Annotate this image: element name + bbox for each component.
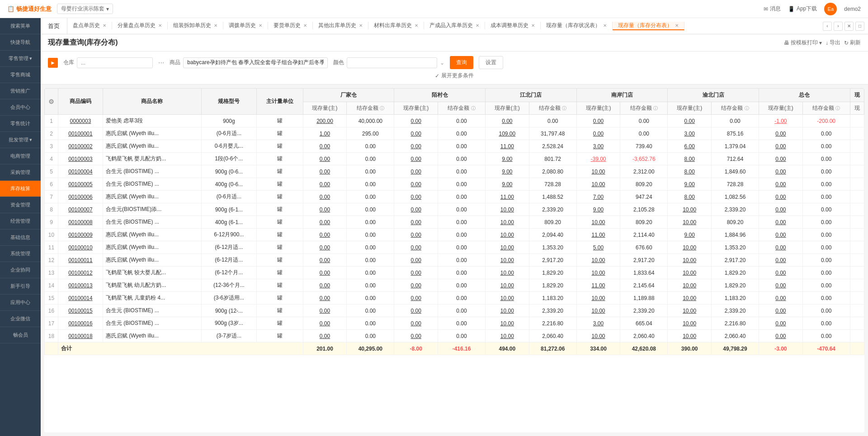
tab-material-outbound[interactable]: 材料出库单历史 ✕ bbox=[368, 22, 424, 29]
row-w4-qty[interactable]: 3.00 bbox=[576, 140, 620, 153]
row-w6-qty[interactable]: 0.00 bbox=[759, 241, 802, 254]
store-selector[interactable]: 母婴行业演示陈套 ▾ bbox=[57, 4, 113, 14]
row-w6-qty[interactable]: 0.00 bbox=[759, 229, 802, 241]
sidebar-item-ecommerce[interactable]: 电商管理 bbox=[0, 148, 41, 164]
row-w5-qty[interactable]: 10.00 bbox=[668, 267, 712, 279]
row-w5-qty[interactable]: 10.00 bbox=[668, 330, 712, 342]
row-w1-qty[interactable]: 0.00 bbox=[303, 178, 347, 191]
row-w6-qty[interactable]: 0.00 bbox=[759, 153, 802, 165]
row-w4-qty[interactable]: 10.00 bbox=[576, 178, 620, 191]
sidebar-item-marketing[interactable]: 营销推广 bbox=[0, 83, 41, 99]
row-w1-qty[interactable]: 0.00 bbox=[303, 279, 347, 292]
row-code[interactable]: 0000003 bbox=[58, 115, 103, 127]
close-icon[interactable]: ✕ bbox=[214, 23, 217, 28]
row-code[interactable]: 00100003 bbox=[58, 153, 103, 165]
row-w4-qty[interactable]: 10.00 bbox=[576, 330, 620, 342]
row-w6-qty[interactable]: 0.00 bbox=[759, 203, 802, 216]
gear-col-header[interactable]: ⚙ bbox=[45, 89, 58, 115]
sidebar-item-wework[interactable]: 企业微信 bbox=[0, 311, 41, 327]
refresh-action[interactable]: ↻ 刷新 bbox=[844, 39, 861, 47]
row-code[interactable]: 00100010 bbox=[58, 241, 103, 254]
row-w6-qty[interactable]: 0.00 bbox=[759, 165, 802, 178]
sidebar-item-system[interactable]: 系统管理 bbox=[0, 246, 41, 262]
expand-more-btn[interactable]: ✓ 展开更多条件 bbox=[435, 72, 474, 80]
row-w5-qty[interactable]: 8.00 bbox=[668, 153, 712, 165]
row-w4-qty[interactable]: 10.00 bbox=[576, 165, 620, 178]
close-icon[interactable]: ✕ bbox=[259, 23, 262, 28]
tab-cost-adjust[interactable]: 成本调整单历史 ✕ bbox=[485, 22, 541, 29]
row-w3-qty[interactable]: 10.00 bbox=[485, 229, 529, 241]
row-w4-qty[interactable]: 3.00 bbox=[576, 317, 620, 330]
row-w3-qty[interactable]: 10.00 bbox=[485, 267, 529, 279]
close-icon[interactable]: ✕ bbox=[158, 23, 162, 28]
row-w6-qty[interactable]: 0.00 bbox=[759, 127, 802, 140]
row-w2-qty[interactable]: 0.00 bbox=[394, 153, 438, 165]
row-w5-qty[interactable]: 10.00 bbox=[668, 203, 712, 216]
row-w1-qty[interactable]: 0.00 bbox=[303, 203, 347, 216]
row-w2-qty[interactable]: 0.00 bbox=[394, 229, 438, 241]
row-code[interactable]: 00100004 bbox=[58, 165, 103, 178]
row-w5-qty[interactable]: 9.00 bbox=[668, 178, 712, 191]
row-code[interactable]: 00100018 bbox=[58, 330, 103, 342]
row-w5-qty[interactable]: 6.00 bbox=[668, 140, 712, 153]
row-w5-qty[interactable]: 8.00 bbox=[668, 191, 712, 203]
info-icon[interactable]: ⓘ bbox=[562, 106, 566, 111]
row-w3-qty[interactable]: 109.00 bbox=[485, 127, 529, 140]
row-w4-qty[interactable]: 0.00 bbox=[576, 115, 620, 127]
row-w5-qty[interactable]: 10.00 bbox=[668, 241, 712, 254]
tab-stock-status[interactable]: 现存量（库存状况表） ✕ bbox=[541, 22, 613, 29]
row-w3-qty[interactable]: 9.00 bbox=[485, 178, 529, 191]
row-w3-qty[interactable]: 10.00 bbox=[485, 279, 529, 292]
row-w5-qty[interactable]: 9.00 bbox=[668, 229, 712, 241]
row-w4-qty[interactable]: 0.00 bbox=[576, 127, 620, 140]
row-w3-qty[interactable]: 11.00 bbox=[485, 191, 529, 203]
row-w5-qty[interactable]: 10.00 bbox=[668, 317, 712, 330]
row-w2-qty[interactable]: 0.00 bbox=[394, 140, 438, 153]
tab-expand[interactable]: □ bbox=[855, 22, 864, 31]
row-w1-qty[interactable]: 0.00 bbox=[303, 254, 347, 267]
goods-input[interactable] bbox=[183, 57, 328, 68]
row-w3-qty[interactable]: 10.00 bbox=[485, 241, 529, 254]
info-icon[interactable]: ⓘ bbox=[745, 106, 749, 111]
sidebar-item-purchase[interactable]: 采购管理 bbox=[0, 164, 41, 181]
row-w5-qty[interactable]: 3.00 bbox=[668, 127, 712, 140]
row-w1-qty[interactable]: 0.00 bbox=[303, 165, 347, 178]
sidebar-item-retail-stats[interactable]: 零售统计 bbox=[0, 116, 41, 132]
row-w3-qty[interactable]: 10.00 bbox=[485, 254, 529, 267]
close-icon[interactable]: ✕ bbox=[303, 23, 307, 28]
row-w2-qty[interactable]: 0.00 bbox=[394, 191, 438, 203]
row-w4-qty[interactable]: 10.00 bbox=[576, 267, 620, 279]
row-w5-qty[interactable]: 0.00 bbox=[668, 115, 712, 127]
close-icon[interactable]: ✕ bbox=[675, 23, 679, 28]
row-w6-qty[interactable]: 0.00 bbox=[759, 178, 802, 191]
row-w3-qty[interactable]: 0.00 bbox=[485, 115, 529, 127]
row-w2-qty[interactable]: 0.00 bbox=[394, 115, 438, 127]
row-w4-qty[interactable]: 9.00 bbox=[576, 203, 620, 216]
row-w2-qty[interactable]: 0.00 bbox=[394, 241, 438, 254]
row-w6-qty[interactable]: 0.00 bbox=[759, 330, 802, 342]
row-code[interactable]: 00100001 bbox=[58, 127, 103, 140]
sidebar-item-basic[interactable]: 基础信息 bbox=[0, 230, 41, 246]
row-w4-qty[interactable]: 5.00 bbox=[576, 241, 620, 254]
close-icon[interactable]: ✕ bbox=[359, 23, 363, 28]
row-w2-qty[interactable]: 0.00 bbox=[394, 317, 438, 330]
tab-close-all[interactable]: ✕ bbox=[844, 22, 854, 31]
row-w3-qty[interactable]: 11.00 bbox=[485, 140, 529, 153]
row-w6-qty[interactable]: 0.00 bbox=[759, 305, 802, 317]
row-w3-qty[interactable]: 10.00 bbox=[485, 330, 529, 342]
row-w1-qty[interactable]: 0.00 bbox=[303, 140, 347, 153]
row-code[interactable]: 00100005 bbox=[58, 178, 103, 191]
row-w2-qty[interactable]: 0.00 bbox=[394, 216, 438, 229]
tab-assembly[interactable]: 组装拆卸单历史 ✕ bbox=[168, 22, 223, 29]
row-w4-qty[interactable]: 7.00 bbox=[576, 191, 620, 203]
row-w4-qty[interactable]: 10.00 bbox=[576, 305, 620, 317]
info-icon[interactable]: ⓘ bbox=[471, 106, 476, 111]
close-icon[interactable]: ✕ bbox=[531, 23, 535, 28]
row-w3-qty[interactable]: 10.00 bbox=[485, 203, 529, 216]
row-w6-qty[interactable]: 0.00 bbox=[759, 140, 802, 153]
row-w1-qty[interactable]: 0.00 bbox=[303, 241, 347, 254]
row-w1-qty[interactable]: 0.00 bbox=[303, 267, 347, 279]
sidebar-item-member2[interactable]: 畅会员 bbox=[0, 327, 41, 343]
avatar[interactable]: Ea bbox=[824, 3, 837, 15]
row-code[interactable]: 00100016 bbox=[58, 317, 103, 330]
